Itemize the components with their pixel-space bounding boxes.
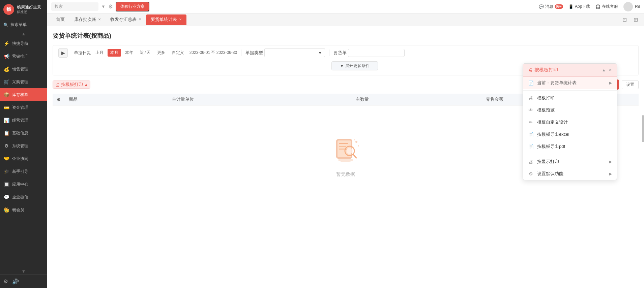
tab-collapse-icon[interactable]: ⊡ bbox=[620, 16, 629, 24]
filter-expand-btn[interactable]: ▶ bbox=[58, 48, 68, 58]
set-default-item[interactable]: ⚙ 设置默认功能 ▶ bbox=[523, 168, 617, 180]
app-download-btn[interactable]: 📱 App下载 bbox=[568, 4, 590, 9]
svg-point-11 bbox=[354, 139, 355, 140]
search-placeholder-text: 搜索 bbox=[55, 4, 63, 9]
sidebar-item-label: 企业协同 bbox=[12, 156, 28, 162]
sidebar-item-enterprise-wechat[interactable]: 💬 企业微信 bbox=[0, 191, 47, 203]
tab-home[interactable]: 首页 bbox=[51, 14, 69, 25]
display-print-label: 按显示打印 bbox=[537, 159, 559, 165]
print-dropdown-up-arrow[interactable]: ▲ bbox=[602, 68, 606, 72]
tab-expand-icon[interactable]: ⊞ bbox=[632, 16, 640, 24]
sidebar-bottom: ⚙ 🔊 bbox=[0, 275, 47, 288]
print-dropdown-close[interactable]: ✕ bbox=[609, 68, 612, 72]
message-btn[interactable]: 💬 消息 99+ bbox=[539, 4, 563, 9]
expand-more-btn[interactable]: ▼ 展开更多条件 bbox=[331, 61, 378, 70]
topbar-chevron-icon[interactable]: ▼ bbox=[101, 4, 106, 9]
divider-2 bbox=[523, 154, 617, 154]
app-download-label: App下载 bbox=[575, 4, 590, 9]
template-design-label: 模板自定义设计 bbox=[537, 119, 568, 125]
print-icon-active: 🖨 bbox=[55, 82, 60, 87]
scroll-indicator[interactable] bbox=[642, 115, 644, 142]
sidebar-item-inventory[interactable]: 📦 库存核算 bbox=[0, 88, 47, 101]
svg-point-10 bbox=[358, 145, 359, 147]
settings-col-icon[interactable]: ⚙ bbox=[57, 97, 61, 102]
template-design-item[interactable]: ✏ 模板自定义设计 bbox=[523, 116, 617, 128]
sidebar-item-label: 资金管理 bbox=[12, 105, 28, 110]
sidebar-item-label: 企业微信 bbox=[12, 194, 28, 200]
sidebar-item-newbie[interactable]: 🎓 新手引导 bbox=[0, 165, 47, 178]
template-export-pdf-item[interactable]: 📄 按模板导出pdf bbox=[523, 140, 617, 153]
topbar-gear-icon[interactable]: ⚙ bbox=[108, 3, 113, 10]
sidebar-item-label: 快捷导航 bbox=[12, 41, 28, 46]
sidebar-scroll-up[interactable]: ▲ bbox=[0, 30, 47, 37]
user-section[interactable]: Rit bbox=[623, 2, 640, 11]
sidebar-item-purchase[interactable]: 🛒 采购管理 bbox=[0, 75, 47, 88]
date-current-year[interactable]: 本年 bbox=[122, 49, 136, 57]
current-template-label: 当前：要货单统计表 bbox=[537, 80, 577, 86]
date-more[interactable]: 更多 bbox=[154, 49, 168, 57]
template-preview-label: 模板预览 bbox=[537, 107, 555, 113]
sidebar-item-sales[interactable]: 💰 销售管理 bbox=[0, 63, 47, 75]
sidebar-item-finance[interactable]: 💳 资金管理 bbox=[0, 101, 47, 114]
current-template-item[interactable]: 📄 当前：要货单统计表 ▶ bbox=[523, 77, 617, 89]
sidebar-logo[interactable]: 畅 畅康通好生意 标准版 bbox=[0, 0, 47, 19]
sidebar-item-system[interactable]: ⚙ 系统管理 bbox=[0, 139, 47, 152]
sidebar-scroll-down[interactable]: ▼ bbox=[0, 268, 47, 275]
settings-btn[interactable]: 设置 bbox=[622, 80, 639, 89]
sales-icon: 💰 bbox=[3, 66, 9, 72]
search-menu[interactable]: 🔍 搜索菜单 bbox=[0, 19, 47, 30]
sidebar-item-operation[interactable]: 📊 经营管理 bbox=[0, 114, 47, 127]
date-last7[interactable]: 近7天 bbox=[137, 49, 153, 57]
date-current-month[interactable]: 本月 bbox=[108, 49, 121, 57]
print-dropdown-header: 🖨 按模板打印 ▲ ✕ bbox=[523, 64, 617, 77]
purchase-icon: 🛒 bbox=[3, 79, 9, 85]
sidebar-item-enterprise[interactable]: 🤝 企业协同 bbox=[0, 152, 47, 165]
sidebar-item-quick-nav[interactable]: ⚡ 快捷导航 bbox=[0, 37, 47, 50]
tab-order-stats-close[interactable]: ✕ bbox=[179, 18, 182, 21]
print-header-icon: 🖨 bbox=[528, 67, 532, 73]
template-print-item[interactable]: 🖨 模板打印 bbox=[523, 92, 617, 104]
print-btn-group-active[interactable]: 🖨 按模板打印 ▲ bbox=[53, 81, 90, 89]
sidebar-item-label: 应用中心 bbox=[12, 182, 28, 187]
tab-batch-account[interactable]: 库存批次账 ✕ bbox=[69, 14, 106, 25]
divider-1 bbox=[523, 90, 617, 91]
current-template-arrow: ▶ bbox=[609, 81, 612, 85]
template-export-excel-item[interactable]: 📄 按模板导出excel bbox=[523, 128, 617, 140]
tab-collection-summary[interactable]: 收发存汇总表 ✕ bbox=[106, 14, 146, 25]
print-dropdown-title: 🖨 按模板打印 bbox=[528, 67, 558, 73]
basic-info-icon: 📋 bbox=[3, 130, 9, 136]
tab-order-stats-label: 要货单统计表 bbox=[151, 17, 177, 23]
template-export-excel-label: 按模板导出excel bbox=[537, 131, 569, 137]
sidebar-item-app-center[interactable]: 🔲 应用中心 bbox=[0, 178, 47, 191]
doc-type-select[interactable]: ▼ bbox=[264, 48, 325, 57]
trial-btn[interactable]: 体验行业方案 bbox=[116, 2, 149, 11]
tab-batch-account-close[interactable]: ✕ bbox=[98, 18, 101, 21]
sidebar-item-label: 销售管理 bbox=[12, 66, 28, 72]
doc-type-label: 单据类型 bbox=[245, 50, 263, 56]
date-custom[interactable]: 自定义 bbox=[169, 49, 187, 57]
sidebar-item-member[interactable]: 👑 畅会员 bbox=[0, 203, 47, 216]
online-service-label: 在线客服 bbox=[602, 4, 618, 9]
online-service-btn[interactable]: 🎧 在线客服 bbox=[595, 4, 618, 9]
date-prev-month[interactable]: 上月 bbox=[93, 49, 106, 57]
app-download-icon: 📱 bbox=[568, 4, 574, 9]
svg-point-7 bbox=[347, 148, 353, 154]
template-preview-item[interactable]: 👁 模板预览 bbox=[523, 104, 617, 116]
topbar-search-box[interactable]: 搜索 bbox=[51, 2, 98, 11]
require-goods-input[interactable] bbox=[348, 49, 405, 57]
sidebar-item-label: 畅会员 bbox=[12, 207, 24, 213]
sidebar-item-basic-info[interactable]: 📋 基础信息 bbox=[0, 127, 47, 139]
settings-bottom-icon[interactable]: ⚙ bbox=[3, 278, 8, 285]
page-content: 要货单统计表(按商品) ▶ 单据日期 上月 本月 本年 近7天 更多 自定义 2… bbox=[47, 26, 644, 288]
tab-batch-account-label: 库存批次账 bbox=[74, 17, 96, 23]
tabbar-right: ⊡ ⊞ bbox=[620, 16, 640, 24]
sidebar-item-marketing[interactable]: 📢 营销推广 bbox=[0, 50, 47, 63]
template-print-icon: 🖨 bbox=[528, 95, 534, 101]
tab-collection-summary-close[interactable]: ✕ bbox=[139, 18, 141, 21]
doc-type-value bbox=[267, 50, 271, 56]
audio-bottom-icon[interactable]: 🔊 bbox=[12, 278, 19, 285]
display-print-item[interactable]: 🖨 按显示打印 ▶ bbox=[523, 156, 617, 168]
tab-collection-summary-label: 收发存汇总表 bbox=[110, 17, 137, 23]
expand-more-icon: ▼ bbox=[340, 64, 344, 68]
tab-order-stats[interactable]: 要货单统计表 ✕ bbox=[146, 14, 186, 25]
